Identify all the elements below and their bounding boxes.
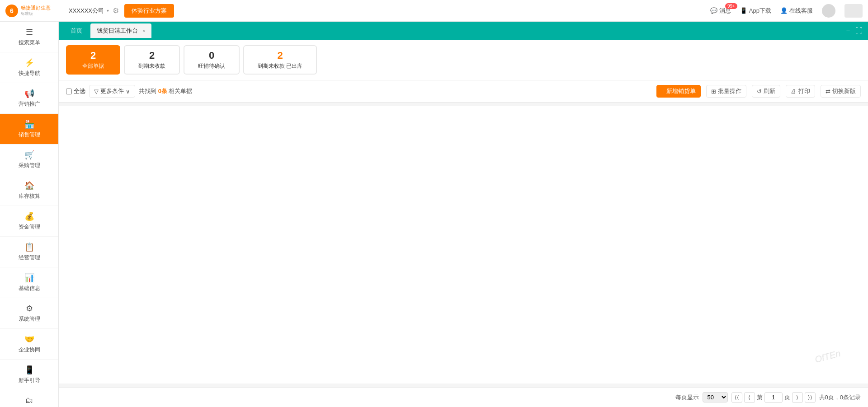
message-action[interactable]: 💬 消息 99+ xyxy=(710,7,731,15)
online-service-action[interactable]: 👤 在线客服 xyxy=(780,7,813,15)
refresh-label: 刷新 xyxy=(764,87,775,95)
sidebar-item-system[interactable]: ⚙ 系统管理 xyxy=(0,298,58,329)
app-download-action[interactable]: 📱 App下载 xyxy=(740,7,771,15)
main-layout: ☰ 搜索菜单 ⚡ 快捷导航 📢 营销推广 🏪 销售管理 🛒 采购管理 🏠 库存核… xyxy=(0,22,868,407)
toolbar-left: 全选 ▽ 更多条件 ∨ 共找到 0条 相关单据 xyxy=(66,85,192,98)
stat-label-2: 旺辅待确认 xyxy=(198,62,225,70)
stats-row: 2 全部单据 2 到期未收款 0 旺辅待确认 2 到期未收款 已出库 xyxy=(59,40,868,80)
stat-label-1: 到期未收款 xyxy=(138,62,165,70)
app-center-icon: 🗂 xyxy=(25,396,33,405)
purchase-label: 采购管理 xyxy=(19,162,40,169)
tab-bar-actions: － ⛶ xyxy=(844,26,863,36)
new-order-button[interactable]: + 新增销货单 xyxy=(656,85,701,98)
stat-label-0: 全部单据 xyxy=(82,62,104,70)
marketing-label: 营销推广 xyxy=(19,100,40,108)
tab-bar: 首页 钱货日清工作台 × － ⛶ xyxy=(59,22,868,40)
avatar-extra[interactable] xyxy=(844,4,863,18)
sidebar-item-operations[interactable]: 📋 经营管理 xyxy=(0,237,58,267)
tab-workbench[interactable]: 钱货日清工作台 × xyxy=(90,23,151,38)
select-all-input[interactable] xyxy=(66,89,72,94)
tab-minimize-icon[interactable]: － xyxy=(844,26,852,36)
logo-text-line2: 标准版 xyxy=(21,11,51,17)
page-next-button[interactable]: ⟩ xyxy=(792,392,803,403)
message-icon: 💬 xyxy=(710,7,717,14)
app-download-label: App下载 xyxy=(749,7,771,15)
system-icon: ⚙ xyxy=(26,304,33,313)
switch-icon: ⇄ xyxy=(826,88,830,95)
page-last-button[interactable]: ⟩⟩ xyxy=(805,392,816,403)
sidebar-item-purchase[interactable]: 🛒 采购管理 xyxy=(0,145,58,175)
sidebar-item-finance[interactable]: 💰 资金管理 xyxy=(0,206,58,237)
filter-label: 更多条件 xyxy=(100,87,124,95)
select-all-checkbox[interactable]: 全选 xyxy=(66,87,85,95)
select-all-label: 全选 xyxy=(74,87,85,95)
message-badge: 99+ xyxy=(725,3,737,9)
found-prefix: 共找到 xyxy=(139,88,156,94)
refresh-icon: ↺ xyxy=(757,88,762,95)
stat-card-3[interactable]: 2 到期未收款 已出库 xyxy=(243,45,317,75)
sidebar-item-sales[interactable]: 🏪 销售管理 xyxy=(0,114,58,145)
tab-maximize-icon[interactable]: ⛶ xyxy=(855,27,863,35)
enterprise-icon: 🤝 xyxy=(24,334,34,344)
tab-home[interactable]: 首页 xyxy=(64,23,89,38)
logo-icon: 6 xyxy=(5,5,18,17)
trial-button[interactable]: 体验行业方案 xyxy=(124,4,174,18)
sidebar: ☰ 搜索菜单 ⚡ 快捷导航 📢 营销推广 🏪 销售管理 🛒 采购管理 🏠 库存核… xyxy=(0,22,59,407)
stat-card-0[interactable]: 2 全部单据 xyxy=(66,45,120,75)
page-label-end: 页 xyxy=(784,393,790,402)
table-area xyxy=(59,106,868,384)
batch-label: 批量操作 xyxy=(718,87,741,95)
stat-number-2: 0 xyxy=(209,50,214,61)
service-icon: 👤 xyxy=(780,7,788,14)
settings-icon[interactable]: ⚙ xyxy=(113,6,119,15)
operations-icon: 📋 xyxy=(24,242,34,252)
inventory-icon: 🏠 xyxy=(24,181,34,191)
sidebar-item-app-center[interactable]: 🗂 应用中心 xyxy=(0,390,58,407)
stat-card-1[interactable]: 2 到期未收款 xyxy=(124,45,180,75)
filter-button[interactable]: ▽ 更多条件 ∨ xyxy=(89,85,135,98)
stat-label-3: 到期未收款 已出库 xyxy=(258,62,302,70)
page-size-select[interactable]: 50 100 200 xyxy=(703,392,728,402)
related-label: 相关单据 xyxy=(169,88,192,94)
logo-area: 6 畅捷通好生意 标准版 xyxy=(5,5,64,17)
avatar[interactable] xyxy=(822,4,835,18)
stat-number-1: 2 xyxy=(149,50,155,61)
stat-card-2[interactable]: 0 旺辅待确认 xyxy=(184,45,240,75)
switch-version-button[interactable]: ⇄ 切换新版 xyxy=(821,85,861,98)
page-input[interactable] xyxy=(764,392,783,403)
switch-label: 切换新版 xyxy=(832,87,856,95)
page-size-label: 每页显示 xyxy=(675,393,699,402)
guide-icon: 📱 xyxy=(24,365,34,375)
toolbar-right: + 新增销货单 ⊞ 批量操作 ↺ 刷新 🖨 打印 ⇄ xyxy=(656,85,861,98)
sidebar-item-base-info[interactable]: 📊 基础信息 xyxy=(0,267,58,298)
inventory-label: 库存核算 xyxy=(19,192,40,200)
top-header: 6 畅捷通好生意 标准版 XXXXXX公司 ▾ ⚙ 体验行业方案 💬 消息 99… xyxy=(0,0,868,22)
sidebar-item-enterprise[interactable]: 🤝 企业协同 xyxy=(0,329,58,360)
batch-icon: ⊞ xyxy=(711,88,716,95)
stat-number-0: 2 xyxy=(90,50,96,61)
sidebar-item-guide[interactable]: 📱 新手引导 xyxy=(0,360,58,390)
sidebar-item-marketing[interactable]: 📢 营销推广 xyxy=(0,83,58,114)
quick-nav-icon: ⚡ xyxy=(24,58,34,68)
base-info-icon: 📊 xyxy=(24,273,34,283)
sidebar-item-quick-nav[interactable]: ⚡ 快捷导航 xyxy=(0,52,58,83)
company-name: XXXXXX公司 xyxy=(69,7,104,15)
batch-operation-button[interactable]: ⊞ 批量操作 xyxy=(706,85,746,98)
tab-close-icon[interactable]: × xyxy=(142,28,145,33)
guide-label: 新手引导 xyxy=(19,377,40,384)
page-prev-button[interactable]: ⟨ xyxy=(744,392,755,403)
right-panel: 首页 钱货日清工作台 × － ⛶ 2 全部单据 2 到期未收款 0 旺辅待确认 xyxy=(59,22,868,407)
sidebar-item-search[interactable]: ☰ 搜索菜单 xyxy=(0,22,58,52)
total-text: 共0页，0条记录 xyxy=(819,393,861,402)
print-label: 打印 xyxy=(798,87,810,95)
refresh-button[interactable]: ↺ 刷新 xyxy=(752,85,780,98)
print-button[interactable]: 🖨 打印 xyxy=(786,85,815,98)
stat-number-3: 2 xyxy=(278,50,283,61)
download-icon: 📱 xyxy=(740,7,747,14)
company-selector[interactable]: XXXXXX公司 ▾ xyxy=(69,7,109,15)
finance-icon: 💰 xyxy=(24,211,34,221)
search-icon: ☰ xyxy=(26,27,33,37)
sidebar-item-inventory[interactable]: 🏠 库存核算 xyxy=(0,175,58,206)
tab-home-label: 首页 xyxy=(71,27,82,35)
page-first-button[interactable]: ⟨⟨ xyxy=(731,392,742,403)
